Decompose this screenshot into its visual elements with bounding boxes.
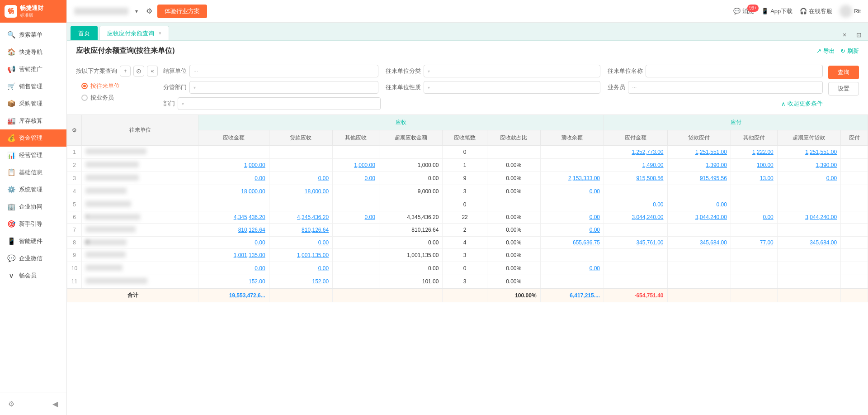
- sidebar-settings-btn[interactable]: ⚙: [5, 397, 18, 410]
- search-icon: 🔍: [7, 31, 15, 39]
- th-pay-amt: 应付金额: [604, 130, 667, 146]
- refresh-btn[interactable]: ↻ 刷新: [840, 47, 859, 55]
- top-header: ▾ ⚙ 体验行业方案 💬 消息 99+ 📱 App下载 🎧 在线客服 Rit: [67, 0, 868, 23]
- unit-category-select[interactable]: ▾: [424, 65, 601, 77]
- sidebar-item-hardware[interactable]: 📱 智能硬件: [0, 233, 66, 250]
- table-row: 8P0.000.000.0040.00%655,636.75345,761.00…: [67, 237, 868, 249]
- sidebar-item-search[interactable]: 🔍 搜索菜单: [0, 26, 66, 43]
- purchase-icon: 📦: [7, 100, 15, 108]
- refresh-icon: ↻: [840, 48, 845, 54]
- export-btn[interactable]: ↗ 导出: [816, 47, 835, 55]
- tab-home[interactable]: 首页: [71, 26, 98, 40]
- query-btn[interactable]: 查询: [828, 66, 859, 79]
- sidebar-item-enterprise[interactable]: 🏢 企业协同: [0, 198, 66, 215]
- sidebar: 畅 畅捷通财 标准版 🔍 搜索菜单 🏠 快捷导航 📢 营销推广 🛒 销售管理 📦…: [0, 0, 67, 415]
- settlement-input[interactable]: ···: [189, 65, 378, 77]
- footer-pre-recv[interactable]: 6,417,215....: [540, 288, 604, 302]
- msg-badge: 99+: [747, 5, 759, 12]
- th-recv-ratio: 应收款占比: [487, 130, 540, 146]
- sales-icon: 🛒: [7, 82, 15, 91]
- table-row: 91,001,135.001,001,135.001,001,135.0030.…: [67, 249, 868, 262]
- sidebar-item-purchase[interactable]: 📦 采购管理: [0, 95, 66, 112]
- sidebar-item-system[interactable]: ⚙️ 系统管理: [0, 181, 66, 198]
- table-row: 7810,126.64810,126.64810,126.6420.00%0.0…: [67, 224, 868, 237]
- sidebar-item-sales[interactable]: 🛒 销售管理: [0, 78, 66, 95]
- th-payable-group: 应付: [604, 115, 868, 130]
- filter-row-1: 结算单位 ··· 往来单位分类 ▾ 往来单位名称: [163, 65, 823, 77]
- filter-schemes: 按往来单位 按业务员: [76, 80, 158, 104]
- row-name-10: [82, 262, 198, 275]
- row-num-7: 7: [67, 224, 82, 237]
- dept-label: 部门: [163, 100, 175, 108]
- unit-name-input[interactable]: [646, 65, 823, 77]
- app-icon: 📱: [761, 8, 769, 14]
- page-content: 应收应付余额查询(按往来单位) ↗ 导出 ↻ 刷新 按: [67, 41, 868, 415]
- dept-manage-select[interactable]: ▾: [189, 81, 378, 94]
- sidebar-item-wechat[interactable]: 💬 企业微信: [0, 250, 66, 267]
- staff-input[interactable]: ···: [628, 81, 823, 94]
- unit-nature-select[interactable]: ▾: [424, 81, 601, 94]
- scheme-item-staff[interactable]: 按业务员: [78, 92, 158, 104]
- scheme-item-unit[interactable]: 按往来单位: [78, 80, 158, 92]
- row-name-2: [82, 159, 198, 172]
- unit-category-label: 往来单位分类: [386, 67, 421, 75]
- filter-field-staff: 业务员 ···: [608, 81, 823, 94]
- enterprise-icon: 🏢: [7, 203, 15, 211]
- th-recv-count: 应收笔数: [443, 130, 487, 146]
- th-overdue-pay: 超期应付贷款: [777, 130, 840, 146]
- row-name-8: P: [82, 237, 198, 249]
- filter-edit-btn[interactable]: ⊙: [133, 66, 144, 76]
- sidebar-item-operation[interactable]: 📊 经营管理: [0, 147, 66, 164]
- sidebar-item-basic[interactable]: 📋 基础信息: [0, 164, 66, 181]
- th-pay-extra: 应付: [841, 130, 868, 146]
- th-recv-amt: 应收金额: [198, 130, 269, 146]
- tab-receivable[interactable]: 应收应付余额查询 ×: [99, 26, 169, 40]
- th-overdue-recv: 超期应收金额: [379, 130, 442, 146]
- home-icon: 🏠: [7, 48, 15, 56]
- row-num-3: 3: [67, 172, 82, 185]
- table-row: 30.000.000.000.0090.00%2,153,333.00915,5…: [67, 172, 868, 185]
- sidebar-item-quick[interactable]: 🏠 快捷导航: [0, 43, 66, 61]
- filter-settings-btn[interactable]: 设置: [828, 82, 859, 95]
- tab-bar: 首页 应收应付余额查询 × × ⊡: [67, 23, 868, 41]
- window-close-btn[interactable]: ×: [839, 29, 850, 40]
- collapse-more-btn[interactable]: ∧ 收起更多条件: [781, 100, 823, 108]
- footer-recv-amt[interactable]: 19,553,472,6...: [198, 288, 269, 302]
- sidebar-item-vip[interactable]: V 畅会员: [0, 267, 66, 284]
- data-table: ⚙ 往来单位 应收 应付 应收金额 贷款应收 其他应收 超期应收金额 应收笔数 …: [67, 114, 868, 302]
- header-app-btn[interactable]: 📱 App下载: [761, 7, 793, 15]
- header-user-btn[interactable]: Rit: [840, 5, 861, 18]
- row-num-1: 1: [67, 146, 82, 159]
- sidebar-collapse-btn[interactable]: ◀: [48, 397, 62, 410]
- sidebar-item-guide[interactable]: 🎯 新手引导: [0, 215, 66, 233]
- filter-collapse-btn[interactable]: «: [147, 66, 158, 76]
- header-gear-icon[interactable]: ⚙: [145, 7, 154, 16]
- filter-label: 按以下方案查询: [76, 67, 117, 75]
- header-dropdown-icon[interactable]: ▾: [132, 7, 141, 16]
- sidebar-item-marketing[interactable]: 📢 营销推广: [0, 61, 66, 78]
- header-promo-btn[interactable]: 体验行业方案: [157, 5, 207, 18]
- footer-recv-count: [443, 288, 487, 302]
- sidebar-item-finance[interactable]: 💰 资金管理: [0, 129, 66, 147]
- sidebar-logo: 畅 畅捷通财 标准版: [0, 0, 66, 23]
- filter-row-3: 部门 ▾ ∧ 收起更多条件: [163, 97, 823, 110]
- settlement-label: 结算单位: [163, 67, 187, 75]
- window-expand-btn[interactable]: ⊡: [854, 29, 864, 40]
- header-service-btn[interactable]: 🎧 在线客服: [800, 7, 832, 15]
- table-row: 21,000.001,000.001,000.0010.00%1,490.001…: [67, 159, 868, 172]
- table-settings-icon[interactable]: ⚙: [72, 127, 77, 134]
- sidebar-item-inventory[interactable]: 🏭 库存核算: [0, 112, 66, 129]
- th-other-recv: 其他应收: [333, 130, 379, 146]
- filter-field-settlement: 结算单位 ···: [163, 65, 378, 77]
- row-name-5: [82, 198, 198, 211]
- staff-dots: ···: [632, 84, 637, 91]
- filter-add-btn[interactable]: +: [120, 66, 131, 76]
- dept-select[interactable]: ▾: [178, 97, 381, 110]
- row-name-6: ^: [82, 211, 198, 224]
- sidebar-menu: 🔍 搜索菜单 🏠 快捷导航 📢 营销推广 🛒 销售管理 📦 采购管理 🏭 库存核…: [0, 23, 66, 392]
- table-row: 6^4,345,436.204,345,436.200.004,345,436.…: [67, 211, 868, 224]
- tab-close-icon[interactable]: ×: [159, 31, 161, 36]
- filter-field-dept: 部门 ▾: [163, 97, 381, 110]
- tab-right-actions: × ⊡: [839, 29, 864, 40]
- header-msg-btn[interactable]: 💬 消息 99+: [733, 7, 754, 15]
